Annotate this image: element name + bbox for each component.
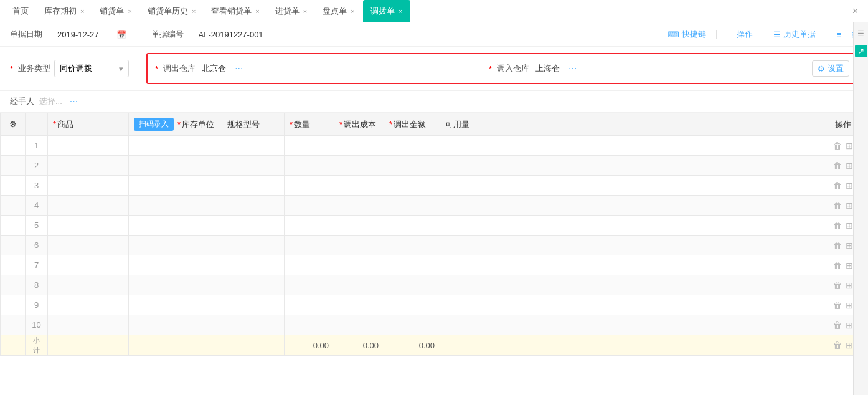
copy-row-11-icon[interactable]: ⊞ — [846, 340, 853, 350]
delete-row-10-icon[interactable]: 🗑 — [833, 320, 842, 330]
history-button[interactable]: ☰ 历史单据 — [773, 29, 816, 40]
table-row: 3 🗑 ⊞ — [1, 176, 868, 196]
copy-row-1-icon[interactable]: ⊞ — [846, 141, 853, 151]
cell-avail-5 — [440, 216, 818, 236]
cell-qty-7[interactable] — [285, 255, 334, 275]
tab-transfer[interactable]: 调拨单 × — [363, 0, 410, 22]
tab-inventory-check[interactable]: 盘点单 × — [315, 0, 362, 22]
delete-row-3-icon[interactable]: 🗑 — [833, 181, 842, 191]
col-header-scan[interactable]: 扫码录入 — [129, 113, 172, 136]
setting-button[interactable]: ⚙ 设置 — [812, 60, 849, 77]
copy-row-9-icon[interactable]: ⊞ — [846, 300, 853, 310]
tab-close-sales-history[interactable]: × — [192, 7, 196, 15]
delete-row-6-icon[interactable]: 🗑 — [833, 240, 842, 250]
cell-product-9[interactable] — [48, 295, 129, 315]
copy-row-10-icon[interactable]: ⊞ — [846, 320, 853, 330]
cell-product-6[interactable] — [48, 236, 129, 255]
col-header-unit: *库存单位 — [172, 113, 222, 136]
sidebar-expand-icon[interactable]: ↗ — [855, 45, 867, 57]
cell-product-2[interactable] — [48, 156, 129, 176]
tab-sales-order[interactable]: 销货单 × — [92, 0, 139, 22]
cell-product-4[interactable] — [48, 196, 129, 216]
tab-inventory-init[interactable]: 库存期初 × — [37, 0, 92, 22]
col-header-gear[interactable]: ⚙ — [1, 113, 26, 136]
delete-row-2-icon[interactable]: 🗑 — [833, 161, 842, 171]
delete-row-9-icon[interactable]: 🗑 — [833, 300, 842, 310]
tab-home[interactable]: 首页 — [5, 0, 37, 22]
cell-gear-9 — [1, 295, 26, 315]
copy-row-3-icon[interactable]: ⊞ — [846, 181, 853, 191]
table-row: 4 🗑 ⊞ — [1, 196, 868, 216]
cell-qty-2[interactable] — [285, 156, 334, 176]
copy-row-8-icon[interactable]: ⊞ — [846, 280, 853, 290]
layout-button-1[interactable]: ≡ — [836, 30, 841, 39]
operations-button[interactable]: 操作 — [727, 29, 753, 40]
handler-select[interactable]: 选择... — [39, 96, 62, 107]
in-warehouse-more-button[interactable]: ··· — [568, 63, 577, 74]
cell-qty-9[interactable] — [285, 295, 334, 315]
col-header-spec: 规格型号 — [222, 113, 285, 136]
cell-amount-9 — [384, 295, 440, 315]
tab-purchase[interactable]: 进货单 × — [268, 0, 315, 22]
cell-qty-5[interactable] — [285, 216, 334, 236]
tab-close-inventory-check[interactable]: × — [351, 7, 354, 15]
cell-product-1[interactable] — [48, 136, 129, 156]
tab-close-sales-order[interactable]: × — [128, 7, 131, 15]
copy-row-4-icon[interactable]: ⊞ — [846, 201, 853, 211]
tab-close-view-sales[interactable]: × — [255, 7, 259, 15]
cell-qty-1[interactable] — [285, 136, 334, 156]
copy-row-6-icon[interactable]: ⊞ — [846, 240, 853, 250]
delete-row-5-icon[interactable]: 🗑 — [833, 221, 842, 231]
copy-row-2-icon[interactable]: ⊞ — [846, 161, 853, 171]
tab-close-purchase[interactable]: × — [303, 7, 307, 15]
col-header-amount: *调出金额 — [384, 113, 440, 136]
copy-row-7-icon[interactable]: ⊞ — [846, 260, 853, 270]
cell-amount-10 — [384, 315, 440, 335]
cell-cost-9 — [334, 295, 384, 315]
cell-qty-4[interactable] — [285, 196, 334, 216]
cell-gear-11 — [1, 335, 26, 356]
tab-view-sales[interactable]: 查看销货单 × — [204, 0, 267, 22]
delete-row-1-icon[interactable]: 🗑 — [833, 141, 842, 151]
required-star-business: * — [10, 64, 13, 74]
date-picker-icon[interactable]: 📅 — [116, 30, 126, 39]
delete-row-11-icon[interactable]: 🗑 — [833, 340, 842, 350]
sidebar-list-icon[interactable]: ☰ — [855, 27, 867, 40]
copy-row-5-icon[interactable]: ⊞ — [846, 221, 853, 231]
warehouse-divider — [481, 62, 481, 75]
row-num-3: 3 — [26, 176, 48, 196]
cell-qty-3[interactable] — [285, 176, 334, 196]
cell-qty-8[interactable] — [285, 275, 334, 295]
cell-product-8[interactable] — [48, 275, 129, 295]
cell-gear-3 — [1, 176, 26, 196]
window-close-button[interactable]: × — [847, 6, 863, 17]
delete-row-7-icon[interactable]: 🗑 — [833, 260, 842, 270]
cell-product-7[interactable] — [48, 255, 129, 275]
delete-row-4-icon[interactable]: 🗑 — [833, 201, 842, 211]
table-gear-icon[interactable]: ⚙ — [9, 120, 17, 129]
cell-qty-10[interactable] — [285, 315, 334, 335]
handler-row: 经手人 选择... ··· — [0, 91, 868, 113]
table-section: ⚙ *商品 扫码录入 *库存单位 规格型号 *数量 — [0, 113, 868, 356]
shortcuts-button[interactable]: ⌨ 快捷键 — [668, 29, 706, 40]
out-warehouse-more-button[interactable]: ··· — [235, 63, 243, 74]
cell-unit-10 — [172, 315, 222, 335]
cell-scan-5 — [129, 216, 172, 236]
tab-sales-history[interactable]: 销货单历史 × — [140, 0, 204, 22]
cell-spec-5 — [222, 216, 285, 236]
scan-input-button[interactable]: 扫码录入 — [134, 118, 174, 131]
cell-product-10[interactable] — [48, 315, 129, 335]
business-type-select[interactable]: 同价调拨 ▾ — [54, 60, 129, 77]
cell-product-5[interactable] — [48, 216, 129, 236]
handler-more-button[interactable]: ··· — [70, 96, 78, 107]
cell-qty-6[interactable] — [285, 236, 334, 255]
cell-product-11[interactable] — [48, 335, 129, 356]
tab-close-inventory-init[interactable]: × — [80, 7, 84, 15]
subtotal-cost: 0.00 — [363, 341, 379, 350]
table-row: 2 🗑 ⊞ — [1, 156, 868, 176]
tab-close-transfer[interactable]: × — [399, 7, 402, 15]
table-row: 9 🗑 ⊞ — [1, 295, 868, 315]
cell-amount-2 — [384, 156, 440, 176]
cell-product-3[interactable] — [48, 176, 129, 196]
delete-row-8-icon[interactable]: 🗑 — [833, 280, 842, 290]
